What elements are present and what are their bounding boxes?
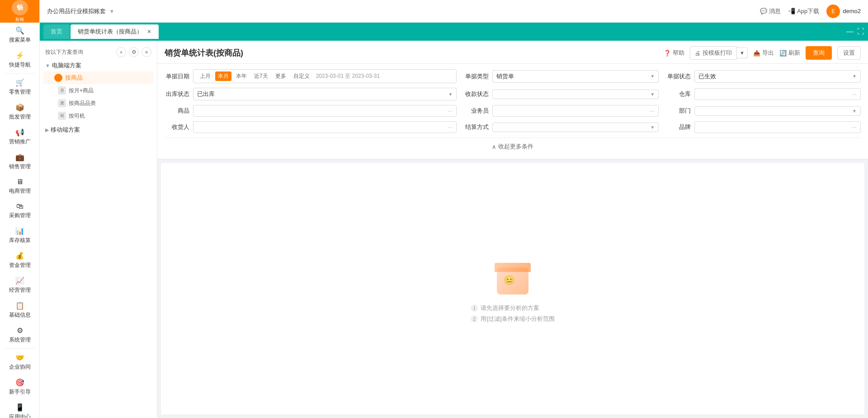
scheme-group-pc-header[interactable]: ▼ 电脑端方案 — [43, 60, 153, 71]
brand-control[interactable]: ··· — [694, 121, 861, 133]
dept-control[interactable]: ▼ — [694, 106, 861, 116]
doc-type-control[interactable]: 销货单 ▼ — [492, 70, 659, 83]
refresh-btn[interactable]: 🔄 刷新 — [779, 49, 800, 57]
date-tab-more[interactable]: 更多 — [273, 71, 289, 81]
warehouse-dots-icon[interactable]: ··· — [851, 90, 857, 98]
sidebar-item-search[interactable]: 🔍 搜索菜单 — [0, 23, 39, 48]
settlement-control[interactable]: ▼ — [492, 123, 659, 132]
left-panel-title: 按以下方案查询 ＋ ⚙ « — [43, 44, 153, 60]
date-control[interactable]: 上月 本月 本年 近7天 更多 自定义 2023-03-01 至 2023-03… — [193, 69, 457, 83]
tab-close-icon[interactable]: ✕ — [147, 28, 151, 35]
sidebar-item-retail[interactable]: 🛒 零售管理 — [0, 75, 39, 100]
sidebar-item-finance[interactable]: 💰 资金管理 — [0, 248, 39, 273]
warehouse-control[interactable]: ··· — [694, 88, 861, 100]
sidebar-item-wholesale[interactable]: 📦 批发管理 — [0, 100, 39, 124]
sidebar-item-enterprise-coop[interactable]: 🤝 企业协同 — [0, 350, 39, 375]
sidebar-item-guide[interactable]: 🎯 新手引导 — [0, 375, 39, 399]
tab-maximize-icon[interactable]: ⛶ — [857, 28, 864, 36]
sidebar-item-ecommerce[interactable]: 🖥 电商管理 — [0, 174, 39, 199]
scheme-item-by-category[interactable]: 类 按商品品类 — [43, 97, 153, 109]
app-download-label: App下载 — [797, 7, 819, 15]
add-scheme-btn[interactable]: ＋ — [116, 47, 126, 57]
tab-home[interactable]: 首页 — [43, 24, 70, 39]
page-title: 销货单统计表(按商品) — [165, 48, 243, 58]
settings-scheme-btn[interactable]: ⚙ — [129, 47, 139, 57]
tab-minimize-icon[interactable]: — — [846, 28, 854, 36]
date-range: 2023-03-01 至 2023-03-31 — [316, 72, 380, 80]
print-btn[interactable]: 🖨 按模板打印 — [690, 46, 737, 60]
scheme-item-by-driver[interactable]: 司 按司机 — [43, 109, 153, 122]
scheme-item-icon-square3: 司 — [58, 112, 66, 120]
main-content: 办公用品行业模拟账套 ▼ 💬 消息 📲 App下载 E demo2 首页 — [40, 0, 868, 418]
help-icon: ❓ — [664, 50, 671, 57]
date-tab-last-month[interactable]: 上月 — [197, 71, 213, 81]
search-icon: 🔍 — [15, 26, 24, 35]
product-dots-icon[interactable]: ··· — [448, 107, 453, 114]
user-name: demo2 — [843, 8, 861, 14]
print-dropdown-arrow[interactable]: ▼ — [737, 48, 748, 58]
operations-icon: 📈 — [15, 276, 24, 285]
logo-char: 畅 — [17, 4, 23, 12]
sidebar-item-label: 库存核算 — [9, 237, 31, 244]
consignee-control[interactable]: ··· — [193, 121, 457, 133]
tab-report[interactable]: 销货单统计表（按商品） ✕ — [71, 24, 159, 39]
date-tab-7days[interactable]: 近7天 — [251, 71, 271, 81]
message-btn[interactable]: 💬 消息 — [760, 7, 781, 15]
sidebar-item-label: 零售管理 — [9, 88, 31, 96]
app-download-icon: 📲 — [788, 8, 795, 14]
scheme-group-pc: ▼ 电脑端方案 按商品 月 按月+商品 类 按商品品类 司 按司机 — [43, 60, 153, 122]
sidebar-item-inventory[interactable]: 📊 库存核算 — [0, 223, 39, 248]
query-label: 查询 — [813, 49, 825, 57]
app-download-btn[interactable]: 📲 App下载 — [788, 7, 819, 15]
filter-item-settlement: 结算方式 ▼ — [464, 123, 659, 132]
date-tab-this-year[interactable]: 本年 — [233, 71, 250, 81]
user-area[interactable]: E demo2 — [826, 5, 861, 18]
sidebar-item-sales[interactable]: 💼 销售管理 — [0, 149, 39, 174]
sidebar-item-operations[interactable]: 📈 经营管理 — [0, 273, 39, 298]
sidebar-item-marketing[interactable]: 📢 营销推广 — [0, 124, 39, 149]
salesman-control[interactable]: ··· — [492, 105, 659, 117]
collapse-more-btn[interactable]: ∧ 收起更多条件 — [489, 140, 536, 153]
sidebar-nav: 🔍 搜索菜单 ⚡ 快捷导航 🛒 零售管理 📦 批发管理 📢 营销推广 💼 销售管… — [0, 23, 39, 418]
date-tab-this-month[interactable]: 本月 — [215, 71, 231, 81]
filter-row-2: 出库状态 已出库 ▼ 收款状态 ▼ 仓库 — [165, 88, 861, 100]
warehouse-out-arrow-icon: ▼ — [448, 92, 453, 97]
sidebar-item-label: 系统管理 — [9, 336, 31, 344]
help-btn[interactable]: ❓ 帮助 — [664, 49, 684, 57]
salesman-dots-icon[interactable]: ··· — [649, 107, 655, 114]
logo-text: 标账 — [15, 16, 24, 23]
wholesale-icon: 📦 — [15, 103, 24, 112]
filter-item-consignee: 收货人 ··· — [165, 121, 457, 133]
filter-item-dept: 部门 ▼ — [666, 106, 861, 116]
warehouse-out-control[interactable]: 已出库 ▼ — [193, 88, 457, 100]
receipt-status-control[interactable]: ▼ — [492, 90, 659, 99]
product-control[interactable]: ··· — [193, 105, 457, 117]
avatar-text: E — [831, 8, 835, 14]
sidebar-item-app-center[interactable]: 📱 应用中心 — [0, 399, 39, 418]
empty-tips: 1 请先选择要分析的方案 2 用[过滤]条件来缩小分析范围 — [471, 304, 554, 326]
scheme-item-by-product[interactable]: 按商品 — [43, 71, 153, 84]
sidebar-item-basic[interactable]: 📋 基础信息 — [0, 298, 39, 323]
consignee-dots-icon[interactable]: ··· — [448, 124, 453, 131]
export-btn[interactable]: 📤 导出 — [753, 49, 774, 57]
settings-btn[interactable]: 设置 — [837, 46, 861, 60]
scheme-group-mobile-header[interactable]: ▶ 移动端方案 — [43, 124, 153, 136]
sidebar-item-system[interactable]: ⚙ 系统管理 — [0, 323, 39, 347]
filter-item-warehouse-out: 出库状态 已出库 ▼ — [165, 88, 457, 100]
brand-dots-icon[interactable]: ··· — [851, 124, 857, 131]
app-logo[interactable]: 畅 标账 — [0, 0, 39, 23]
query-btn[interactable]: 查询 — [806, 46, 832, 60]
finance-icon: 💰 — [15, 252, 24, 260]
app-center-icon: 📱 — [15, 403, 24, 412]
marketing-icon: 📢 — [15, 128, 24, 137]
app-title-dropdown-icon[interactable]: ▼ — [109, 9, 114, 14]
sidebar-item-quick-nav[interactable]: ⚡ 快捷导航 — [0, 48, 39, 72]
collapse-panel-btn[interactable]: « — [142, 47, 151, 57]
sales-icon: 💼 — [15, 153, 24, 162]
doc-type-value: 销货单 — [496, 72, 650, 81]
date-tab-custom[interactable]: 自定义 — [291, 71, 312, 81]
sidebar-item-purchase[interactable]: 🛍 采购管理 — [0, 199, 39, 223]
dept-arrow-icon: ▼ — [852, 109, 857, 114]
doc-status-control[interactable]: 已生效 ▼ — [694, 70, 861, 83]
scheme-item-by-month-product[interactable]: 月 按月+商品 — [43, 84, 153, 97]
